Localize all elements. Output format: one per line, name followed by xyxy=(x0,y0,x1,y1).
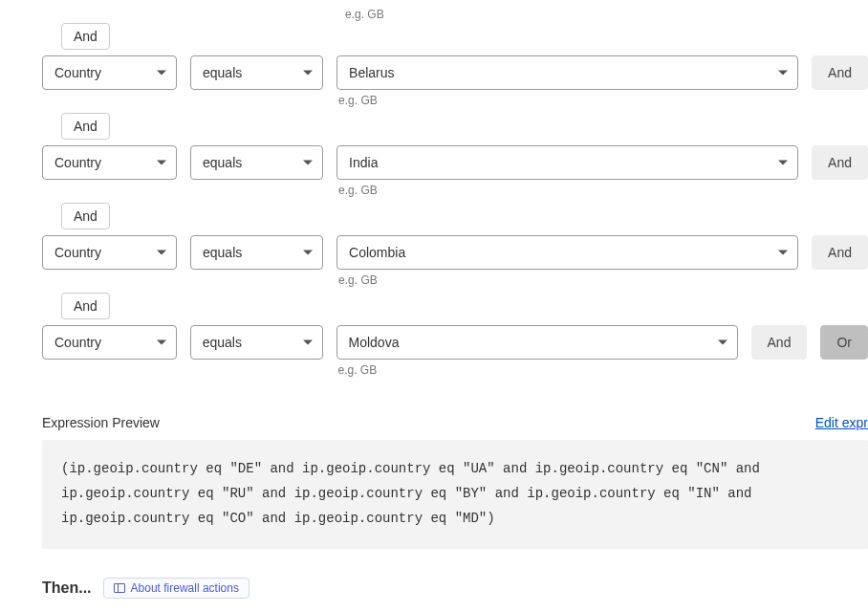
operator-select-value: equals xyxy=(203,335,242,350)
book-icon xyxy=(114,583,125,593)
chevron-down-icon xyxy=(778,251,788,255)
chevron-down-icon xyxy=(303,161,313,165)
connector-and: And xyxy=(61,113,110,140)
operator-select[interactable]: equals xyxy=(190,235,323,270)
and-button[interactable]: And xyxy=(751,325,808,360)
chevron-down-icon xyxy=(778,161,788,165)
about-firewall-actions-text: About firewall actions xyxy=(131,581,239,595)
chevron-down-icon xyxy=(157,71,166,76)
edit-expression-link[interactable]: Edit expr xyxy=(815,415,868,430)
value-select[interactable]: Belarus xyxy=(336,55,798,90)
operator-select[interactable]: equals xyxy=(190,55,323,90)
field-select[interactable]: Country xyxy=(42,325,177,360)
field-select[interactable]: Country xyxy=(42,145,177,180)
chevron-down-icon xyxy=(718,340,727,345)
and-button[interactable]: And xyxy=(812,235,868,270)
about-firewall-actions-link[interactable]: About firewall actions xyxy=(103,578,250,599)
operator-select-value: equals xyxy=(203,155,242,170)
field-select-value: Country xyxy=(54,335,101,350)
expression-preview-label: Expression Preview xyxy=(42,415,160,430)
or-button[interactable]: Or xyxy=(820,325,868,360)
field-select-value: Country xyxy=(54,245,101,260)
chevron-down-icon xyxy=(303,71,313,76)
value-hint: e.g. GB xyxy=(336,273,798,287)
value-select-value: Colombia xyxy=(349,245,405,260)
and-button[interactable]: And xyxy=(812,145,868,180)
value-hint: e.g. GB xyxy=(336,184,798,197)
field-select[interactable]: Country xyxy=(42,235,177,270)
operator-select-value: equals xyxy=(203,65,242,80)
value-hint: e.g. GB xyxy=(343,8,868,21)
value-select-value: Moldova xyxy=(349,335,400,350)
value-select-value: Belarus xyxy=(349,65,394,80)
and-button[interactable]: And xyxy=(812,55,868,90)
connector-and: And xyxy=(61,203,110,230)
chevron-down-icon xyxy=(157,340,166,345)
value-hint: e.g. GB xyxy=(336,363,738,377)
value-select[interactable]: Moldova xyxy=(336,325,738,360)
chevron-down-icon xyxy=(157,251,166,255)
operator-select[interactable]: equals xyxy=(190,145,323,180)
operator-select-value: equals xyxy=(203,245,242,260)
then-label: Then... xyxy=(42,579,92,597)
value-select-value: India xyxy=(349,155,378,170)
value-select[interactable]: India xyxy=(336,145,798,180)
connector-and: And xyxy=(61,293,110,319)
field-select[interactable]: Country xyxy=(42,55,177,90)
value-hint: e.g. GB xyxy=(336,94,798,107)
operator-select[interactable]: equals xyxy=(190,325,323,360)
chevron-down-icon xyxy=(303,340,313,345)
expression-preview-code: (ip.geoip.country eq "DE" and ip.geoip.c… xyxy=(42,440,868,549)
field-select-value: Country xyxy=(54,155,101,170)
connector-and: And xyxy=(61,23,110,50)
chevron-down-icon xyxy=(303,251,313,255)
field-select-value: Country xyxy=(54,65,101,80)
chevron-down-icon xyxy=(778,71,788,76)
chevron-down-icon xyxy=(157,161,166,165)
value-select[interactable]: Colombia xyxy=(336,235,798,270)
